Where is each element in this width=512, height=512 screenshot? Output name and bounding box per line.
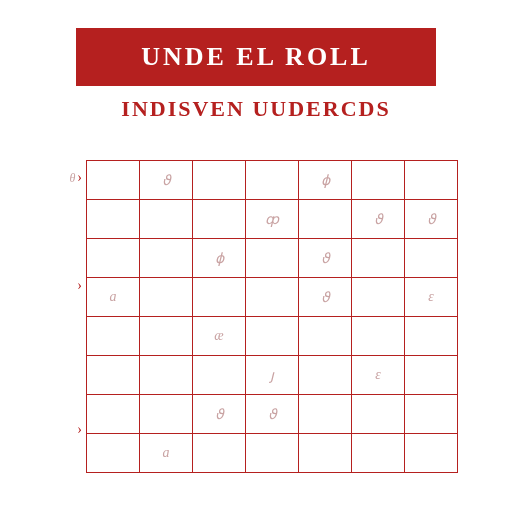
grid-cell: [299, 356, 352, 395]
grid-cell: [140, 200, 193, 239]
grid-cell: [246, 317, 299, 356]
grid-cell: [352, 239, 405, 278]
grid-cell: [405, 356, 458, 395]
grid-cell: [193, 434, 246, 473]
grid-cell: [87, 317, 140, 356]
grid-cell: æ: [193, 317, 246, 356]
grid-cell: [193, 278, 246, 317]
grid-cell: [299, 200, 352, 239]
grid-cell: [405, 395, 458, 434]
row-marker-char: θ: [69, 171, 75, 186]
grid-cell: [193, 161, 246, 200]
table-row: aϑε: [87, 278, 458, 317]
grid-cell: [352, 161, 405, 200]
grid-cell: [87, 395, 140, 434]
grid-cell: ϕ: [193, 239, 246, 278]
table-row: ϕϑ: [87, 239, 458, 278]
grid-cell: [405, 317, 458, 356]
grid-cell: ȹ: [246, 200, 299, 239]
table-row: æ: [87, 317, 458, 356]
grid-cell: ϕ: [299, 161, 352, 200]
grid-cell: [352, 278, 405, 317]
grid-cell: [193, 356, 246, 395]
table-row: ȹϑϑ: [87, 200, 458, 239]
grid-cell: [87, 200, 140, 239]
grid-cell: ϑ: [193, 395, 246, 434]
grid-cell: [299, 317, 352, 356]
grid-cell: [246, 161, 299, 200]
grid-cell: [405, 239, 458, 278]
grid-cell: [87, 434, 140, 473]
grid-cell: ε: [405, 278, 458, 317]
grid-cell: ȷ: [246, 356, 299, 395]
arrow-icon: ›: [77, 279, 82, 293]
data-grid: ϑϕȹϑϑϕϑaϑεæȷεϑϑa: [86, 160, 458, 473]
grid-cell: [246, 278, 299, 317]
title-banner: UNDE EL ROLL: [76, 28, 436, 86]
grid-cell: ϑ: [299, 278, 352, 317]
row-marker-3: ›: [56, 412, 82, 448]
grid-cell: a: [140, 434, 193, 473]
row-marker-1: θ ›: [56, 160, 82, 196]
grid-cell: [140, 317, 193, 356]
grid-cell: [352, 434, 405, 473]
grid-cell: ϑ: [352, 200, 405, 239]
grid-cell: [140, 239, 193, 278]
grid-cell: ϑ: [140, 161, 193, 200]
grid-cell: [140, 356, 193, 395]
grid-cell: [87, 161, 140, 200]
subtitle-text: INDISVEN UUDERCDS: [40, 96, 472, 122]
grid-cell: ε: [352, 356, 405, 395]
grid-cell: ϑ: [405, 200, 458, 239]
grid-cell: [299, 434, 352, 473]
arrow-icon: ›: [77, 171, 82, 185]
grid-cell: [405, 434, 458, 473]
grid-cell: [193, 200, 246, 239]
grid-container: θ › › › ϑϕȹϑϑϕϑaϑεæȷεϑϑa: [86, 160, 458, 473]
table-row: ϑϕ: [87, 161, 458, 200]
row-marker-2: ›: [56, 268, 82, 304]
table-row: ȷε: [87, 356, 458, 395]
grid-cell: [405, 161, 458, 200]
grid-cell: [352, 317, 405, 356]
grid-cell: a: [87, 278, 140, 317]
table-row: a: [87, 434, 458, 473]
grid-cell: ϑ: [246, 395, 299, 434]
grid-cell: [140, 395, 193, 434]
arrow-icon: ›: [77, 423, 82, 437]
table-row: ϑϑ: [87, 395, 458, 434]
grid-cell: [246, 434, 299, 473]
grid-cell: [352, 395, 405, 434]
title-text: UNDE EL ROLL: [141, 42, 371, 71]
page: UNDE EL ROLL INDISVEN UUDERCDS θ › › › ϑ…: [0, 0, 512, 512]
grid-cell: [87, 356, 140, 395]
grid-cell: [87, 239, 140, 278]
grid-cell: [299, 395, 352, 434]
grid-cell: [246, 239, 299, 278]
grid-cell: ϑ: [299, 239, 352, 278]
grid-cell: [140, 278, 193, 317]
